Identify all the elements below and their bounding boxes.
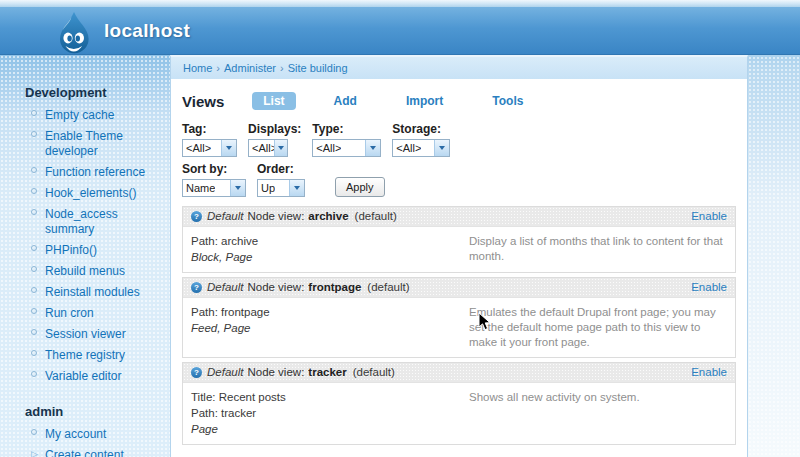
sidebar-link[interactable]: PHPinfo() [45, 243, 97, 257]
filter-select-value: <All> [252, 142, 274, 154]
site-name[interactable]: localhost [104, 20, 190, 42]
sidebar-item-empty-cache[interactable]: Empty cache [0, 108, 170, 129]
view-detail-line: Title: Recent posts [191, 389, 469, 405]
bullet-circle-icon [31, 266, 37, 272]
sidebar-item-my-account[interactable]: My account [0, 427, 170, 448]
help-icon[interactable]: ? [191, 211, 202, 222]
filter-label: Storage: [392, 122, 450, 136]
breadcrumb-link[interactable]: Home [183, 62, 212, 74]
apply-button[interactable]: Apply [335, 177, 385, 197]
filter-displays: Displays:<All> [248, 122, 301, 157]
tab-list[interactable]: List [252, 92, 295, 110]
breadcrumb-link[interactable]: Site building [288, 62, 348, 74]
sidebar-link[interactable]: Function reference [45, 165, 145, 179]
view-row: ? Default Node view: archive (default) E… [182, 206, 736, 273]
sidebar-link[interactable]: My account [45, 427, 106, 441]
sidebar-item-phpinfo[interactable]: PHPinfo() [0, 243, 170, 264]
sidebar-link[interactable]: Run cron [45, 306, 94, 320]
view-details: Title: Recent postsPath: trackerPage [191, 389, 469, 437]
breadcrumb-link[interactable]: Administer [224, 62, 276, 74]
sidebar-link[interactable]: Create content [45, 448, 124, 457]
breadcrumb: Home›Administer›Site building [171, 57, 747, 81]
view-default-suffix: (default) [353, 366, 395, 378]
sidebar-item-create-content[interactable]: ▷Create content [0, 448, 170, 457]
bullet-circle-icon [31, 308, 37, 314]
sidebar-item-session-viewer[interactable]: Session viewer [0, 327, 170, 348]
tab-add[interactable]: Add [323, 92, 368, 110]
enable-link[interactable]: Enable [691, 366, 727, 378]
view-row-header: ? Default Node view: frontpage (default)… [183, 278, 735, 298]
tab-tools[interactable]: Tools [481, 92, 534, 110]
filter-select[interactable]: <All> [312, 139, 381, 157]
drupal-logo-icon[interactable] [54, 11, 94, 57]
enable-link[interactable]: Enable [691, 281, 727, 293]
triangle-right-icon[interactable]: ▷ [31, 450, 38, 457]
bullet-circle-icon [31, 287, 37, 293]
filter-select-value: <All> [316, 142, 341, 154]
view-row: ? Default Node view: frontpage (default)… [182, 277, 736, 358]
view-row-body: Title: Recent postsPath: trackerPage Sho… [183, 383, 735, 444]
filter-label: Sort by: [182, 162, 246, 176]
chevron-down-icon [221, 140, 236, 156]
view-default-suffix: (default) [355, 210, 397, 222]
filter-label: Tag: [182, 122, 237, 136]
bullet-circle-icon [31, 371, 37, 377]
filter-select[interactable]: <All> [248, 139, 288, 157]
bullet-circle-icon [31, 167, 37, 173]
sidebar-item-run-cron[interactable]: Run cron [0, 306, 170, 327]
filter-select-value: Up [261, 182, 275, 194]
views-table: ? Default Node view: archive (default) E… [182, 206, 736, 445]
sidebar-item-rebuild-menus[interactable]: Rebuild menus [0, 264, 170, 285]
site-header: localhost [0, 7, 800, 55]
sidebar-section: adminMy account▷Create content▽Administe… [0, 404, 170, 457]
help-icon[interactable]: ? [191, 367, 202, 378]
view-default-suffix: (default) [367, 281, 409, 293]
bullet-circle-icon [31, 110, 37, 116]
view-description: Emulates the default Drupal front page; … [469, 304, 727, 350]
tab-import[interactable]: Import [395, 92, 454, 110]
view-name: frontpage [308, 281, 361, 293]
sidebar-item-enable-theme-developer[interactable]: Enable Theme developer [0, 129, 170, 165]
view-name: archive [308, 210, 348, 222]
help-icon[interactable]: ? [191, 282, 202, 293]
breadcrumb-separator: › [280, 62, 284, 74]
view-description: Shows all new activity on system. [469, 389, 727, 437]
view-name: tracker [308, 366, 346, 378]
view-row: ? Default Node view: tracker (default) E… [182, 362, 736, 445]
view-type-label: Node view: [247, 281, 304, 293]
enable-link[interactable]: Enable [691, 210, 727, 222]
sidebar-link[interactable]: Empty cache [45, 108, 114, 122]
sidebar-link[interactable]: Enable Theme developer [45, 129, 123, 158]
view-description: Display a list of months that link to co… [469, 233, 727, 265]
sidebar-link[interactable]: Reinstall modules [45, 285, 140, 299]
bullet-circle-icon [31, 209, 37, 215]
view-detail-line: Path: frontpage [191, 304, 469, 320]
top-strip [0, 0, 800, 7]
view-row-body: Path: frontpageFeed, Page Emulates the d… [183, 298, 735, 357]
bullet-circle-icon [31, 188, 37, 194]
sidebar-item-theme-registry[interactable]: Theme registry [0, 348, 170, 369]
sidebar-item-node-access-summary[interactable]: Node_access summary [0, 207, 170, 243]
filter-select[interactable]: Name [182, 179, 246, 197]
chevron-down-icon [434, 140, 449, 156]
sidebar-item-function-reference[interactable]: Function reference [0, 165, 170, 186]
sidebar-link[interactable]: Node_access summary [45, 207, 118, 236]
sidebar-nav: DevelopmentEmpty cacheEnable Theme devel… [0, 55, 170, 457]
sidebar-item-hook-elements[interactable]: Hook_elements() [0, 186, 170, 207]
sidebar-item-variable-editor[interactable]: Variable editor [0, 369, 170, 390]
filters: Tag:<All>Displays:<All>Type:<All>Storage… [182, 122, 736, 197]
sidebar-link[interactable]: Session viewer [45, 327, 126, 341]
view-displays: Feed, Page [191, 320, 469, 336]
filter-select[interactable]: <All> [182, 139, 237, 157]
view-default-flag: Default [207, 210, 243, 222]
sidebar-link[interactable]: Hook_elements() [45, 186, 136, 200]
filter-select-value: Name [186, 182, 215, 194]
filter-select[interactable]: <All> [392, 139, 450, 157]
bullet-circle-icon [31, 350, 37, 356]
sidebar-link[interactable]: Rebuild menus [45, 264, 125, 278]
sidebar-link[interactable]: Variable editor [45, 369, 122, 383]
sidebar-link[interactable]: Theme registry [45, 348, 125, 362]
sidebar-item-reinstall-modules[interactable]: Reinstall modules [0, 285, 170, 306]
bullet-circle-icon [31, 245, 37, 251]
filter-select[interactable]: Up [257, 179, 305, 197]
